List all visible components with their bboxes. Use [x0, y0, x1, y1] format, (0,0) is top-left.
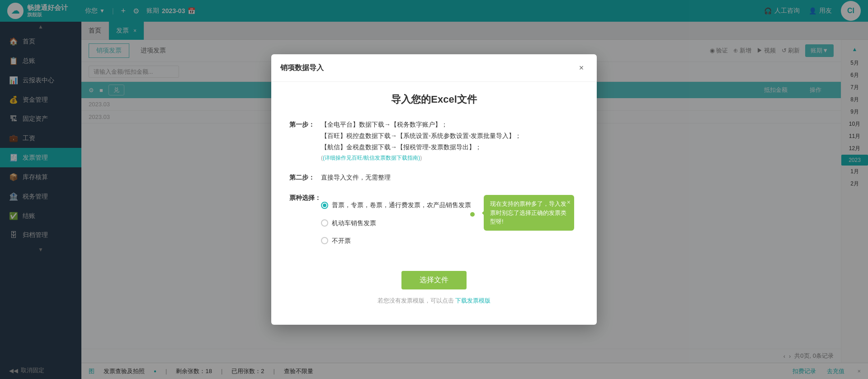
import-modal: 销项数据导入 × 导入您的Excel文件 第一步： 【全电平台】数据下载→【税务… [271, 54, 597, 325]
tooltip-close-btn[interactable]: × [567, 198, 571, 207]
step1-link: ((详细操作见百旺/航信发票数据下载指南)) [321, 153, 579, 163]
modal-body: 导入您的Excel文件 第一步： 【全电平台】数据下载→【税务数字账户】； 【百… [271, 82, 597, 325]
tooltip-bubble: × 现在支持的票种多了，导入发票时别忘了选择正确的发票类型呀! [484, 195, 574, 231]
download-template-link[interactable]: 下载发票模版 [455, 297, 491, 304]
modal-header: 销项数据导入 × [271, 54, 597, 82]
radio-no-ticket-circle[interactable] [321, 237, 328, 244]
modal-footer-text: 若您没有发票模版，可以点击 下载发票模版 [289, 297, 579, 314]
step2-content: 直接导入文件，无需整理 [321, 172, 579, 183]
step1-guide-link[interactable]: (详细操作见百旺/航信发票数据下载指南) [323, 155, 420, 161]
step1-row: 第一步： 【全电平台】数据下载→【税务数字账户】； 【百旺】税控盘数据下载→【系… [289, 119, 579, 163]
tooltip-dot [470, 212, 475, 217]
select-file-btn[interactable]: 选择文件 [401, 271, 467, 289]
modal-close-btn[interactable]: × [575, 62, 588, 74]
radio-motor-circle[interactable] [321, 219, 328, 227]
radio-normal-circle[interactable] [321, 202, 328, 209]
ticket-choice-row: 票种选择： 普票，专票，卷票，通行费发票，农产品销售发票 × 现在支持的票种多了… [289, 192, 579, 260]
radio-no-ticket[interactable]: 不开票 [321, 235, 579, 246]
modal-main-title: 导入您的Excel文件 [289, 93, 579, 106]
modal-overlay: 销项数据导入 × 导入您的Excel文件 第一步： 【全电平台】数据下载→【税务… [0, 0, 868, 379]
step1-content: 【全电平台】数据下载→【税务数字账户】； 【百旺】税控盘数据下载→【系统设置-系… [321, 119, 579, 163]
radio-normal[interactable]: 普票，专票，卷票，通行费发票，农产品销售发票 × 现在支持的票种多了，导入发票时… [321, 199, 579, 211]
radio-group: 普票，专票，卷票，通行费发票，农产品销售发票 × 现在支持的票种多了，导入发票时… [321, 199, 579, 253]
step2-row: 第二步： 直接导入文件，无需整理 [289, 172, 579, 183]
